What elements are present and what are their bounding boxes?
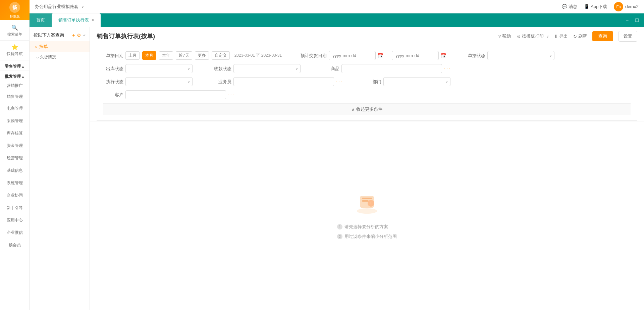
press-order-label: 按单 <box>39 44 48 50</box>
sidebar-item-guide[interactable]: 新手引导 <box>0 202 29 214</box>
filter-dept-item: 部门 <box>361 77 450 86</box>
quick-nav-icon: ⭐ <box>11 44 18 50</box>
order-status-select-wrap <box>487 51 554 60</box>
left-panel-header: 按以下方案查询 + ⚙ « <box>30 30 90 41</box>
page-header-actions: ? 帮助 🖨 按模板打印 ∨ ⬇ 导出 ↻ <box>498 31 637 42</box>
sidebar-section-wholesale-label[interactable]: 批发管理 ▲ <box>0 70 29 80</box>
main-area: 办公用品行业模拟账套 ∨ 💬 消息 📱 App下载 Ea demo2 首页 <box>30 0 644 310</box>
filter-row-2: 出库状态 收款状态 <box>103 64 631 73</box>
collapse-icon: ∧ <box>352 107 355 112</box>
empty-steps: 1 请先选择要分析的方案 2 用过滤条件来缩小分析范围 <box>337 221 397 242</box>
filter-receipt-status-item: 收款状态 <box>211 64 301 73</box>
date-btn-more[interactable]: 更多 <box>195 51 209 60</box>
calendar-icon-1[interactable]: 📅 <box>378 53 383 58</box>
filter-order-status-item: 单据状态 <box>465 51 554 60</box>
order-status-label: 单据状态 <box>465 53 485 59</box>
salesperson-input[interactable] <box>233 77 334 86</box>
sidebar-item-system[interactable]: 系统管理 <box>0 177 29 189</box>
sidebar: 畅 标准版 🔍 搜索菜单 ⭐ 快捷导航 零售管理 ▲ 批发管理 ▲ 营销推广 销… <box>0 0 30 310</box>
date-btn-this-year[interactable]: 本年 <box>159 51 173 60</box>
date-quick-buttons: 上月 本月 本年 近7天 更多 自定义 <box>125 51 230 60</box>
debt-label: 欠货情况 <box>40 54 56 60</box>
logo[interactable]: 畅 标准版 <box>0 0 30 20</box>
empty-step-1: 1 请先选择要分析的方案 <box>337 222 397 231</box>
expected-date-to[interactable] <box>392 51 439 60</box>
sidebar-item-sales[interactable]: 销售管理 <box>0 91 29 102</box>
svg-rect-5 <box>362 200 369 202</box>
sidebar-item-wechat[interactable]: 企业微信 <box>0 226 29 239</box>
salesperson-dots[interactable]: ··· <box>336 79 342 85</box>
export-button[interactable]: ⬇ 导出 <box>554 33 568 39</box>
message-button[interactable]: 💬 消息 <box>562 4 577 10</box>
sidebar-item-basic[interactable]: 基础信息 <box>0 164 29 177</box>
tab-right-actions: － □ <box>623 15 644 25</box>
sidebar-search[interactable]: 🔍 搜索菜单 <box>0 20 29 41</box>
wholesale-arrow: ▲ <box>21 75 25 79</box>
left-panel-item-debt[interactable]: ○ 欠货情况 <box>30 52 90 62</box>
collapse-more-btn[interactable]: ∧ 收起更多条件 <box>103 103 631 115</box>
filter-salesperson-item: 业务员 ··· <box>211 77 342 86</box>
tab-close-icon[interactable]: × <box>92 18 94 22</box>
filter-product-item: 商品 ··· <box>319 64 450 73</box>
sidebar-section-retail-label[interactable]: 零售管理 ▲ <box>0 60 29 70</box>
sidebar-item-ecommerce[interactable]: 电商管理 <box>0 102 29 115</box>
sidebar-item-operations[interactable]: 经营管理 <box>0 152 29 164</box>
left-panel-add-btn[interactable]: + <box>72 33 75 38</box>
refresh-button[interactable]: ↻ 刷新 <box>573 33 587 39</box>
breadcrumb-dropdown-icon[interactable]: ∨ <box>81 4 84 9</box>
svg-point-2 <box>357 208 377 214</box>
left-panel-item-press-order[interactable]: ○ 按单 <box>30 41 90 52</box>
dept-select[interactable] <box>383 77 450 86</box>
tab-minimize-btn[interactable]: － <box>623 15 631 25</box>
tab-maximize-btn[interactable]: □ <box>634 16 640 24</box>
print-button[interactable]: 🖨 按模板打印 ∨ <box>516 33 549 39</box>
print-dropdown-icon[interactable]: ∨ <box>546 35 549 38</box>
date-btn-custom[interactable]: 自定义 <box>212 51 230 60</box>
header-right-actions: 💬 消息 📱 App下载 Ea demo2 <box>562 2 639 11</box>
product-input[interactable] <box>341 64 442 73</box>
calendar-icon-2[interactable]: 📅 <box>441 53 446 58</box>
filter-row-1: 单据日期 上月 本月 本年 近7天 更多 自定义 2023-03-01 至 20… <box>103 51 631 60</box>
sidebar-item-purchase[interactable]: 采购管理 <box>0 115 29 127</box>
app-download-button[interactable]: 📱 App下载 <box>584 4 607 10</box>
receipt-status-select[interactable] <box>233 64 301 73</box>
logo-text: 标准版 <box>10 14 20 19</box>
sidebar-item-member[interactable]: 畅会员 <box>0 239 29 251</box>
expected-date-label: 预计交货日期 <box>301 53 327 59</box>
sidebar-item-marketing[interactable]: 营销推广 <box>0 80 29 91</box>
svg-text:!: ! <box>371 202 372 206</box>
query-button[interactable]: 查询 <box>592 31 613 41</box>
date-btn-last-month[interactable]: 上月 <box>125 51 140 60</box>
date-btn-this-month[interactable]: 本月 <box>142 51 156 60</box>
step-2-text: 用过滤条件来缩小分析范围 <box>344 232 397 241</box>
out-status-select[interactable] <box>125 64 193 73</box>
download-icon: 📱 <box>584 4 589 9</box>
salesperson-label: 业务员 <box>211 79 231 85</box>
product-dots[interactable]: ··· <box>444 66 450 72</box>
sidebar-item-appcenter[interactable]: 应用中心 <box>0 214 29 226</box>
sidebar-item-finance[interactable]: 资金管理 <box>0 140 29 152</box>
order-status-select[interactable] <box>487 51 554 60</box>
filter-row-3: 执行状态 业务员 ··· <box>103 77 631 86</box>
user-profile[interactable]: Ea demo2 <box>614 2 639 11</box>
customer-dots[interactable]: ··· <box>228 92 234 98</box>
sidebar-item-enterprise[interactable]: 企业协同 <box>0 189 29 202</box>
customer-input[interactable] <box>125 90 226 99</box>
date-label: 单据日期 <box>103 53 123 59</box>
press-order-icon: ○ <box>35 44 37 49</box>
tab-sales-order[interactable]: 销售订单执行表 × <box>52 13 101 27</box>
date-btn-7days[interactable]: 近7天 <box>176 51 192 60</box>
settings-button[interactable]: 设置 <box>619 31 637 42</box>
exec-status-select[interactable] <box>125 77 193 86</box>
content-area: 按以下方案查询 + ⚙ « ○ 按单 ○ 欠货情况 销售订单执行表(按 <box>30 27 644 310</box>
expected-date-from[interactable] <box>329 51 376 60</box>
tab-home[interactable]: 首页 <box>30 13 52 27</box>
sidebar-item-inventory[interactable]: 库存核算 <box>0 127 29 140</box>
left-panel-collapse-btn[interactable]: « <box>83 33 86 38</box>
sidebar-item-quick-nav[interactable]: ⭐ 快捷导航 <box>0 41 29 60</box>
right-panel: 销售订单执行表(按单) ? 帮助 🖨 按模板打印 ∨ ⬇ <box>90 27 644 310</box>
help-button[interactable]: ? 帮助 <box>498 33 511 39</box>
refresh-icon: ↻ <box>573 34 577 39</box>
empty-illustration: ! <box>354 189 380 216</box>
left-panel-settings-btn[interactable]: ⚙ <box>77 33 81 38</box>
